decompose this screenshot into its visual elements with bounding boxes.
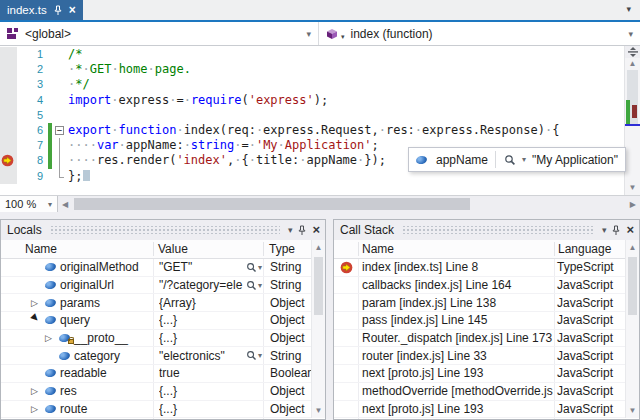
scroll-up-icon[interactable]: ▲ [312,243,325,252]
table-row[interactable]: router [index.js] Line 33JavaScript [334,347,625,365]
code-line[interactable]: 5 [0,108,624,123]
breakpoint-margin[interactable] [0,93,17,108]
call-stack-column-headers[interactable]: Name Language [334,240,639,259]
column-divider[interactable] [358,242,359,256]
pin-icon[interactable] [297,225,307,236]
magnifier-icon[interactable] [246,280,257,291]
column-divider[interactable] [153,242,154,256]
tab-index-ts[interactable]: index.ts × [0,0,83,20]
scroll-down-icon[interactable]: ▼ [312,406,325,415]
code-line[interactable]: 2·*·GET·home·page. [0,62,624,77]
breakpoint-margin[interactable] [0,108,17,123]
table-row[interactable]: callbacks [index.js] Line 164JavaScript [334,277,625,295]
call-stack-scrollbar[interactable]: ▲ ▼ [625,240,639,418]
expander-icon[interactable]: ▷ [31,386,45,396]
table-row[interactable]: param [index.js] Line 138JavaScript [334,294,625,312]
table-row[interactable]: ▶query{...}Object [1,312,311,330]
breakpoint-margin[interactable] [0,153,17,168]
zoom-level: 100 % [5,198,36,210]
pin-icon[interactable] [53,5,63,16]
chevron-down-icon[interactable]: ▾ [258,351,262,360]
table-row[interactable]: ▷params{Array}Object [1,294,311,312]
table-row[interactable]: ▷res{...}Object [1,383,311,401]
column-name[interactable]: Name [362,242,394,256]
locals-scrollbar[interactable]: ▲ ▼ [311,240,325,418]
expander-icon[interactable]: ▷ [31,298,45,308]
chevron-down-icon[interactable]: ▾ [522,155,526,164]
table-row[interactable]: category"electronics"▾String [1,347,311,365]
close-icon[interactable]: × [69,4,76,16]
table-row[interactable]: readabletrueBoolean [1,365,311,383]
tab-list-chevron-icon[interactable]: ▾ [626,4,631,14]
table-row[interactable]: index [index.ts] Line 8TypeScript [334,259,625,277]
split-window-handle[interactable] [625,46,640,58]
magnifier-icon[interactable] [504,154,516,166]
breakpoint-margin[interactable] [0,77,17,92]
code-line[interactable]: 4import·express·=·require('express'); [0,93,624,108]
table-row[interactable]: pass [index.js] Line 145JavaScript [334,312,625,330]
close-icon[interactable]: × [626,224,634,236]
pin-icon[interactable] [611,225,621,236]
column-divider[interactable] [263,242,264,256]
column-value[interactable]: Value [158,242,188,256]
scroll-left-icon[interactable]: ◀ [62,200,68,209]
column-language[interactable]: Language [558,242,611,256]
chevron-down-icon[interactable]: ▾ [48,200,52,209]
scroll-up-icon[interactable]: ▲ [625,59,640,68]
close-icon[interactable]: × [312,224,320,236]
scroll-down-icon[interactable]: ▼ [626,406,639,415]
fold-margin [54,169,68,184]
column-name[interactable]: Name [25,242,57,256]
magnifier-icon[interactable] [246,262,257,273]
breakpoint-margin[interactable] [0,62,17,77]
drag-grip[interactable] [50,226,280,234]
scrollbar-thumb[interactable] [628,257,637,315]
code-editor[interactable]: 1/*2·*·GET·home·page.3·*/4import·express… [0,46,624,195]
code-line[interactable]: 6−export·function·index(req:·express.Req… [0,123,624,138]
horizontal-scrollbar-thumb[interactable] [74,198,470,210]
code-line[interactable]: 3·*/ [0,77,624,92]
member-dropdown[interactable]: ▾ index (function) ▾ [319,22,640,45]
scroll-right-icon[interactable]: ▶ [630,200,636,209]
chevron-down-icon[interactable]: ▾ [258,263,262,272]
table-row[interactable]: next [proto.js] Line 193JavaScript [334,365,625,383]
zoom-control[interactable]: 100 % ▾ [0,196,58,212]
scroll-down-icon[interactable]: ▼ [625,183,640,192]
scope-dropdown[interactable]: <global> ▾ [0,22,319,45]
scroll-up-icon[interactable]: ▲ [626,243,639,252]
chevron-down-icon[interactable]: ▾ [306,29,311,39]
editor-vertical-scrollbar[interactable]: ▲ ▼ [624,46,640,195]
table-row[interactable]: Router._dispatch [index.js] Line 173Java… [334,330,625,348]
scrollbar-thumb[interactable] [314,257,323,315]
table-row[interactable]: originalUrl"/?category=ele▾String [1,277,311,295]
window-position-chevron-icon[interactable]: ▾ [288,225,293,235]
magnifier-icon[interactable] [246,350,257,361]
debug-datatip[interactable]: appName ▾ "My Application" [408,147,626,172]
table-row[interactable]: next [proto.js] Line 193JavaScript [334,401,625,419]
table-row[interactable]: originalMethod"GET"▾String [1,259,311,277]
table-row[interactable]: methodOverride [methodOverride.jsJavaScr… [334,383,625,401]
fold-margin[interactable]: − [54,123,68,138]
breakpoint-margin[interactable] [0,123,17,138]
call-stack-header[interactable]: Call Stack ▾ × [334,220,639,240]
breakpoint-margin[interactable] [0,169,17,184]
locals-column-headers[interactable]: Name Value Type [1,240,325,259]
locals-header[interactable]: Locals ▾ × [1,220,325,240]
chevron-down-icon[interactable]: ▾ [628,29,633,39]
window-position-chevron-icon[interactable]: ▾ [602,225,607,235]
collapse-icon[interactable]: − [55,126,64,135]
expander-icon[interactable]: ▷ [31,404,45,414]
expander-icon[interactable]: ▷ [45,333,59,343]
panel-splitter[interactable] [326,219,333,420]
column-divider[interactable] [554,242,555,256]
breakpoint-margin[interactable] [0,47,17,62]
drag-grip[interactable] [402,226,594,234]
column-type[interactable]: Type [269,242,295,256]
table-row[interactable]: ▷route{...}Object [1,401,311,419]
expander-icon[interactable]: ▶ [30,313,47,327]
field-icon [416,156,427,164]
chevron-down-icon[interactable]: ▾ [258,281,262,290]
table-row[interactable]: ▷__proto__{...}Object [1,330,311,348]
code-line[interactable]: 1/* [0,47,624,62]
breakpoint-margin[interactable] [0,138,17,153]
